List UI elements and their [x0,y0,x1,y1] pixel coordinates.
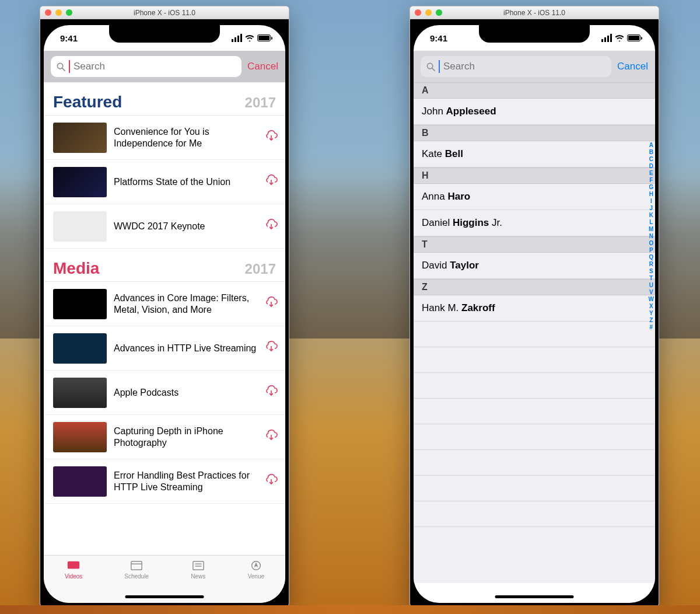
download-icon[interactable] [264,473,278,490]
download-icon[interactable] [264,340,278,357]
home-indicator[interactable] [495,595,574,598]
index-letter[interactable]: D [649,163,653,169]
video-title: Advances in Core Image: Filters, Metal, … [114,292,257,316]
index-letter[interactable]: H [649,191,653,197]
iphone-x-screen: 9:41 Cancel Featured2017Conveni [44,25,285,603]
index-letter[interactable]: N [649,233,653,239]
index-letter[interactable]: L [649,219,653,225]
window-titlebar[interactable]: iPhone X - iOS 11.0 [410,6,659,19]
video-thumbnail [53,333,107,364]
empty-row [414,450,655,476]
video-row[interactable]: Capturing Depth in iPhone Photography [44,415,285,459]
desktop-bottom-edge [0,605,700,614]
index-letter[interactable]: # [649,324,653,330]
index-letter[interactable]: Q [649,254,653,260]
index-letter[interactable]: S [649,268,653,274]
cellular-signal-icon [601,34,612,42]
contact-row[interactable]: Anna Haro [414,184,655,210]
close-button[interactable] [45,9,51,16]
index-letter[interactable]: V [649,289,653,295]
home-indicator[interactable] [125,595,204,598]
minimize-button[interactable] [425,9,432,16]
search-input[interactable] [74,61,236,72]
tab-label: Videos [65,573,82,580]
macos-desktop: iPhone X - iOS 11.0 9:41 [0,0,700,614]
tab-label: Schedule [124,573,149,580]
zoom-button[interactable] [66,9,72,16]
empty-row [414,399,655,424]
tab-icon [191,559,206,572]
video-row[interactable]: Apple Podcasts [44,371,285,415]
zoom-button[interactable] [436,9,442,16]
tab-icon [249,559,264,572]
svg-rect-3 [131,561,142,570]
download-icon[interactable] [264,429,278,445]
index-letter[interactable]: I [650,198,652,204]
text-cursor [69,60,70,73]
window-titlebar[interactable]: iPhone X - iOS 11.0 [40,6,289,19]
contact-row[interactable]: Hank M. Zakroff [414,295,655,322]
text-cursor [439,60,440,73]
svg-rect-5 [193,561,204,570]
search-field[interactable] [421,56,611,77]
contact-row[interactable]: Daniel Higgins Jr. [414,210,655,236]
search-input[interactable] [443,61,606,72]
contact-row[interactable]: David Taylor [414,253,655,279]
contact-row[interactable]: John Appleseed [414,99,655,125]
device-bezel: 9:41 Cancel Featured2017Conveni [40,19,289,606]
video-row[interactable]: Error Handling Best Practices for HTTP L… [44,459,285,504]
cancel-button[interactable]: Cancel [617,61,648,72]
index-letter[interactable]: P [649,247,653,253]
section-index[interactable]: ABCDEFGHIJKLMNOPQRSTUVWXYZ# [649,142,654,330]
video-row[interactable]: Platforms State of the Union [44,160,285,204]
minimize-button[interactable] [55,9,62,16]
tab-label: News [191,573,205,580]
video-row[interactable]: Convenience for You is Independence for … [44,116,285,160]
index-letter[interactable]: K [649,212,653,218]
traffic-lights [415,9,442,16]
video-row[interactable]: WWDC 2017 Keynote [44,204,285,249]
index-letter[interactable]: E [649,170,653,176]
index-letter[interactable]: W [649,296,654,302]
download-icon[interactable] [264,385,278,401]
index-letter[interactable]: Y [649,310,653,316]
simulator-window-right: iPhone X - iOS 11.0 9:41 [410,6,659,607]
tab-venue[interactable]: Venue [248,559,264,603]
video-thumbnail [53,378,107,408]
index-letter[interactable]: X [649,303,653,309]
section-year: 2017 [245,95,276,111]
video-thumbnail [53,289,107,319]
videos-list[interactable]: Featured2017Convenience for You is Indep… [44,82,285,555]
index-letter[interactable]: U [649,282,653,288]
video-title: Platforms State of the Union [114,176,257,188]
contact-row[interactable]: Kate Bell [414,141,655,168]
index-letter[interactable]: M [649,226,653,232]
index-letter[interactable]: F [649,177,653,183]
video-title: Convenience for You is Independence for … [114,126,257,149]
video-row[interactable]: Advances in HTTP Live Streaming [44,326,285,371]
close-button[interactable] [415,9,421,16]
download-icon[interactable] [264,296,278,312]
empty-row [414,347,655,373]
index-letter[interactable]: A [649,142,653,148]
tab-videos[interactable]: Videos [65,559,82,603]
index-letter[interactable]: G [649,184,653,190]
contacts-list[interactable]: AJohn AppleseedBKate BellHAnna HaroDanie… [414,82,655,583]
svg-line-1 [62,68,65,70]
download-icon[interactable] [264,218,278,235]
section-title: Featured [53,93,122,111]
index-letter[interactable]: Z [649,317,653,323]
index-letter[interactable]: R [649,261,653,267]
cancel-button[interactable]: Cancel [247,61,278,72]
index-letter[interactable]: B [649,149,653,155]
index-letter[interactable]: J [649,205,653,211]
index-letter[interactable]: C [649,156,653,162]
video-row[interactable]: Advances in Core Image: Filters, Metal, … [44,282,285,326]
device-bezel: 9:41 Cancel AJohn AppleseedBKat [410,19,659,606]
index-letter[interactable]: T [649,275,653,281]
search-field[interactable] [51,56,242,77]
tab-icon [66,559,81,572]
download-icon[interactable] [264,130,278,146]
download-icon[interactable] [264,174,278,190]
index-letter[interactable]: O [649,240,653,246]
